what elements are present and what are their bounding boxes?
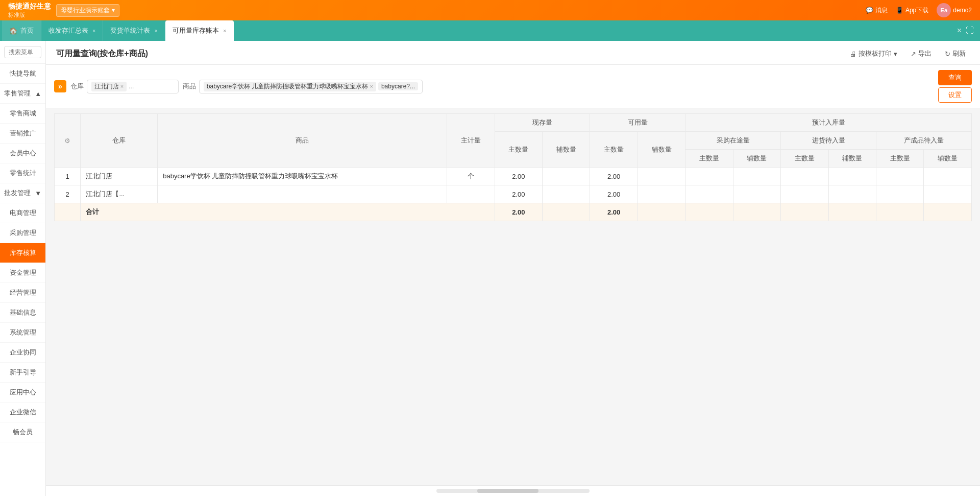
chevron-icon: ▲ (35, 90, 41, 98)
sidebar-item-enterprise-collab[interactable]: 企业协同 (0, 343, 45, 363)
total-purchase-transit-aux (733, 203, 780, 221)
row2-main-unit (447, 185, 495, 203)
th-purchase-transit: 采购在途量 (685, 132, 781, 150)
tab-home[interactable]: 🏠 首页 (2, 20, 41, 41)
sidebar-item-enterprise-wechat[interactable]: 企业微信 (0, 403, 45, 422)
warehouse-input[interactable]: 江北门店 × ... (87, 80, 179, 93)
close-available-stock-icon[interactable]: × (223, 28, 226, 34)
logo-sub: 标准版 (8, 11, 51, 19)
total-purchase-transit-main (685, 203, 733, 221)
sidebar-item-member-center[interactable]: 会员中心 (0, 144, 45, 163)
total-available-aux (638, 203, 685, 221)
row2-seq: 2 (55, 185, 81, 203)
refresh-btn[interactable]: ↻ 刷新 (941, 47, 970, 60)
download-icon: 📱 (896, 7, 903, 14)
tab-available-stock[interactable]: 可用量库存账本 × (165, 20, 234, 41)
filter-toggle-btn[interactable]: » (54, 80, 66, 92)
total-inbound-pending-main (781, 203, 828, 221)
sidebar-item-vip-member[interactable]: 畅会员 (0, 422, 45, 442)
th-current-aux-qty: 辅数量 (543, 132, 590, 168)
scrollbar-thumb[interactable] (477, 489, 538, 493)
filter-bar: » 仓库 江北门店 × ... 商品 babycare学饮杯 儿童防摔防撞吸管杯… (46, 65, 980, 108)
message-btn[interactable]: 💬 消息 (866, 6, 888, 15)
th-available-main-qty: 主数量 (590, 132, 638, 168)
row1-available-aux (638, 168, 685, 185)
warehouse-tag: 江北门店 × (91, 82, 127, 91)
th-available-aux-qty: 辅数量 (638, 132, 685, 168)
remove-product1-icon[interactable]: × (370, 83, 373, 89)
remove-warehouse-icon[interactable]: × (120, 83, 124, 89)
product-filter-group: 商品 babycare学饮杯 儿童防摔防撞吸管杯重力球吸嘴杯宝宝水杯 × bab… (183, 80, 423, 93)
nav-tabs: 🏠 首页 收发存汇总表 × 要货单统计表 × 可用量库存账本 × × ⛶ (0, 20, 980, 41)
sidebar-item-stock-check[interactable]: 库存核算 (0, 243, 45, 263)
row1-purchase-transit-main (685, 168, 733, 185)
sidebar: 快捷导航 零售管理 ▲ 零售商城 营销推广 会员中心 零售统计 批发管理 ▼ 电… (0, 41, 46, 496)
gear-icon[interactable]: ⚙ (64, 137, 70, 145)
th-available: 可用量 (590, 114, 685, 132)
sidebar-item-retail-stats[interactable]: 零售统计 (0, 163, 45, 183)
sidebar-item-marketing[interactable]: 营销推广 (0, 124, 45, 144)
warehouse-ellipsis[interactable]: ... (129, 83, 134, 90)
th-product: 商品 (158, 114, 447, 168)
top-bar-right: 💬 消息 📱 App下载 Ea demo2 (866, 3, 972, 17)
th-gear[interactable]: ⚙ (55, 114, 81, 168)
sidebar-item-finance-mgmt[interactable]: 资金管理 (0, 263, 45, 283)
print-btn[interactable]: 🖨 按模板打印 ▾ (846, 47, 901, 60)
warehouse-tag-value: 江北门店 (94, 82, 119, 91)
username: demo2 (953, 7, 972, 14)
chevron-down-icon: ▾ (112, 7, 115, 14)
avatar: Ea (937, 3, 951, 17)
close-income-expense-icon[interactable]: × (92, 28, 95, 34)
search-input[interactable] (4, 46, 41, 58)
tab-income-expense-label: 收发存汇总表 (48, 26, 88, 35)
refresh-label: 刷新 (952, 49, 966, 58)
row2-warehouse: 江北门店【... (81, 185, 158, 203)
printer-icon: 🖨 (850, 50, 856, 58)
row1-product-pending-main (876, 168, 923, 185)
industry-label: 母婴行业演示账套 (61, 6, 110, 15)
tab-income-expense[interactable]: 收发存汇总表 × (41, 20, 103, 41)
product-tag-2: babycare?... (378, 82, 418, 90)
th-purchase-transit-main: 主数量 (685, 150, 733, 168)
user-menu[interactable]: Ea demo2 (937, 3, 972, 17)
sidebar-item-app-center[interactable]: 应用中心 (0, 383, 45, 403)
sidebar-item-quick-nav[interactable]: 快捷导航 (0, 64, 45, 84)
tab-home-label: 首页 (20, 26, 34, 35)
sidebar-item-retail-mgmt[interactable]: 零售管理 ▲ (0, 84, 45, 104)
export-btn[interactable]: ↗ 导出 (906, 47, 936, 60)
sidebar-item-retail-mall[interactable]: 零售商城 (0, 104, 45, 124)
sidebar-search (0, 41, 45, 64)
sidebar-item-basic-info[interactable]: 基础信息 (0, 303, 45, 323)
sidebar-item-ecommerce[interactable]: 电商管理 (0, 203, 45, 223)
page-actions: 🖨 按模板打印 ▾ ↗ 导出 ↻ 刷新 (846, 47, 970, 60)
sidebar-item-operations-mgmt[interactable]: 经营管理 (0, 283, 45, 303)
top-bar-left: 畅捷通好生意 标准版 母婴行业演示账套 ▾ (8, 2, 119, 19)
row2-purchase-transit-aux (733, 185, 780, 203)
settings-btn[interactable]: 设置 (938, 87, 972, 103)
total-label: 合计 (81, 203, 495, 221)
tab-purchase-stats[interactable]: 要货单统计表 × (103, 20, 165, 41)
app-download-btn[interactable]: 📱 App下载 (896, 6, 928, 15)
tab-available-stock-label: 可用量库存账本 (173, 26, 219, 35)
total-empty-1 (55, 203, 81, 221)
th-current-main-qty: 主数量 (495, 132, 542, 168)
row2-purchase-transit-main (685, 185, 733, 203)
expand-btn[interactable]: ⛶ (966, 26, 974, 35)
query-btn[interactable]: 查询 (938, 70, 972, 85)
close-purchase-stats-icon[interactable]: × (154, 28, 157, 34)
scrollbar-track[interactable] (436, 489, 590, 493)
th-inbound-pending: 进货待入量 (781, 132, 876, 150)
close-all-tabs-btn[interactable]: × (957, 26, 962, 35)
sidebar-item-wholesale-mgmt[interactable]: 批发管理 ▼ (0, 183, 45, 203)
product-input[interactable]: babycare学饮杯 儿童防摔防撞吸管杯重力球吸嘴杯宝宝水杯 × babyca… (199, 80, 423, 93)
sidebar-item-new-guide[interactable]: 新手引导 (0, 363, 45, 383)
sidebar-item-purchase-mgmt[interactable]: 采购管理 (0, 223, 45, 243)
data-table: ⚙ 仓库 商品 主计量 现存量 可用量 预计入库量 主数量 辅数量 主数量 辅数… (54, 113, 972, 221)
industry-selector[interactable]: 母婴行业演示账套 ▾ (56, 4, 119, 17)
sidebar-item-system-mgmt[interactable]: 系统管理 (0, 323, 45, 343)
row2-inbound-pending-main (781, 185, 828, 203)
row2-available-aux (638, 185, 685, 203)
th-forecast-inbound: 预计入库量 (685, 114, 972, 132)
row1-product-pending-aux (924, 168, 972, 185)
product-tag-1: babycare学饮杯 儿童防摔防撞吸管杯重力球吸嘴杯宝宝水杯 × (204, 82, 376, 91)
